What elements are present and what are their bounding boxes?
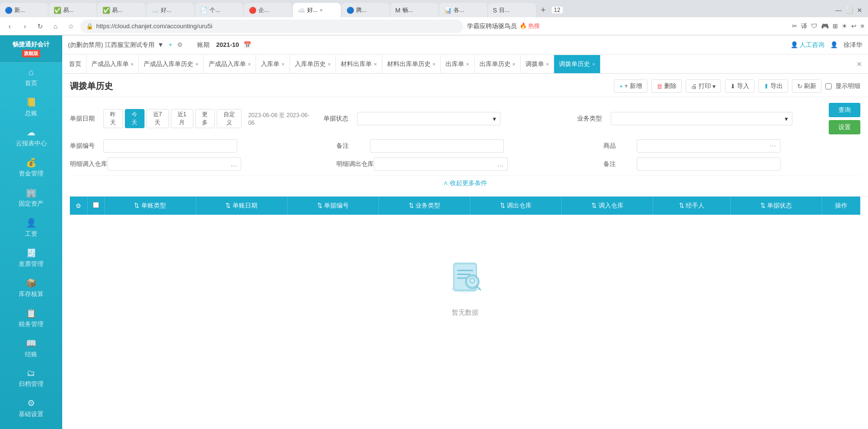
page-tab-6[interactable]: 材料出库单× — [336, 55, 382, 73]
remark-input[interactable] — [370, 139, 504, 153]
tab-close-btn[interactable]: × — [320, 7, 323, 13]
browser-tab[interactable]: S目... — [488, 3, 536, 17]
goods-select[interactable]: ··· — [637, 139, 780, 153]
bookmark-button[interactable]: ☆ — [65, 21, 77, 32]
detail-in-select[interactable]: ... — [107, 157, 241, 171]
page-tab-close[interactable]: × — [248, 61, 251, 67]
sidebar-item-首页[interactable]: ⌂首页 — [16, 63, 47, 92]
browser-tab[interactable]: 📄个... — [195, 3, 243, 17]
page-tab-close[interactable]: × — [374, 61, 377, 67]
delete-button[interactable]: 🗑 删除 — [651, 79, 682, 93]
table-header-gear[interactable]: ⚙ — [70, 197, 87, 215]
sidebar-item-资金管理[interactable]: 💰资金管理 — [16, 153, 47, 183]
company-selector[interactable]: (勿删勿禁用) 江西服宝测试专用 ▼ — [68, 41, 164, 49]
page-tab-close[interactable]: × — [131, 61, 134, 67]
date-custom[interactable]: 自定义 — [217, 109, 242, 128]
page-tab-close[interactable]: × — [281, 61, 284, 67]
new-tab-button[interactable]: + — [537, 3, 550, 17]
sidebar-item-归档管理[interactable]: 🗂归档管理 — [16, 363, 47, 393]
page-tab-1[interactable]: 产成品入库单× — [87, 55, 139, 73]
browser-tab[interactable]: 🔴企... — [244, 3, 292, 17]
collapse-row[interactable]: ∧ 收起更多条件 — [70, 176, 860, 190]
query-button[interactable]: 查询 — [829, 103, 860, 117]
table-header-doc-num[interactable]: ⇅ 单据编号 — [287, 197, 378, 215]
table-header-doc-status[interactable]: ⇅ 单据状态 — [730, 197, 822, 215]
sidebar-item-工资[interactable]: 👤工资 — [16, 213, 47, 243]
remark2-input[interactable] — [637, 157, 780, 171]
page-tab-close[interactable]: × — [592, 61, 595, 67]
display-toggle[interactable]: 显示明细 — [825, 82, 860, 90]
undo-icon[interactable]: ↩ — [851, 22, 857, 30]
browser-tab[interactable]: ✅易... — [49, 3, 97, 17]
settings-gear-icon[interactable]: ⚙ — [177, 41, 183, 48]
sidebar-item-发票管理[interactable]: 🧾发票管理 — [16, 243, 47, 273]
url-input[interactable]: 🔒 https://cloud.chanjet.com/accounting/u… — [80, 20, 463, 33]
window-control-close[interactable]: ✕ — [857, 7, 862, 14]
sidebar-item-新手引导[interactable]: 📚新手引导 — [16, 423, 47, 429]
page-tab-close[interactable]: × — [512, 61, 515, 67]
page-tab-close[interactable]: × — [433, 61, 435, 67]
date-today[interactable]: 今天 — [125, 109, 145, 128]
sidebar-item-总账[interactable]: 📒总账 — [16, 92, 47, 122]
back-button[interactable]: ‹ — [4, 21, 15, 32]
browser-tab[interactable]: M畅... — [390, 3, 438, 17]
table-header-doc-type[interactable]: ⇅ 单账类型 — [104, 197, 196, 215]
close-all-tab[interactable]: ✕ — [853, 60, 866, 68]
page-tab-close[interactable]: × — [195, 61, 198, 67]
home-button[interactable]: ⌂ — [50, 21, 61, 32]
translate-icon[interactable]: 译 — [801, 22, 807, 31]
page-tab-close[interactable]: × — [328, 61, 331, 67]
select-all-checkbox[interactable] — [93, 202, 99, 208]
date-7days[interactable]: 近7天 — [146, 109, 169, 128]
table-header-handler[interactable]: ⇅ 经手人 — [653, 197, 730, 215]
window-control-maximize[interactable]: ⬜ — [846, 7, 853, 14]
page-tab-8[interactable]: 出库单× — [441, 55, 474, 73]
page-tab-7[interactable]: 材料出库单历史× — [382, 55, 441, 73]
sidebar-item-固定资产[interactable]: 🏢固定资产 — [16, 183, 47, 213]
page-tab-close[interactable]: × — [466, 61, 469, 67]
refresh-button[interactable]: ↻ — [34, 21, 46, 32]
detail-out-select[interactable]: ... — [374, 157, 508, 171]
theme-icon[interactable]: ☀ — [842, 22, 847, 30]
business-type-select[interactable]: ▾ — [611, 112, 792, 125]
forward-button[interactable]: › — [19, 21, 31, 32]
import-button[interactable]: ⬇ 导入 — [725, 79, 755, 93]
page-tab-11[interactable]: 调拨单历史× — [554, 55, 600, 73]
table-header-biz-type[interactable]: ⇅ 业务类型 — [378, 197, 470, 215]
browser-tab[interactable]: 🔵腾... — [342, 3, 389, 17]
settings-button[interactable]: 设置 — [829, 120, 860, 134]
page-tab-2[interactable]: 产成品入库单历史× — [139, 55, 203, 73]
export-button[interactable]: ⬆ 导出 — [758, 79, 788, 93]
menu-icon[interactable]: ≡ — [860, 22, 864, 30]
page-tab-4[interactable]: 入库单× — [256, 55, 289, 73]
sidebar-item-结账[interactable]: 📖结账 — [16, 333, 47, 363]
page-tab-5[interactable]: 入库单历史× — [290, 55, 336, 73]
new-button[interactable]: + + 新增 — [614, 79, 647, 93]
extensions-icon[interactable]: ✂ — [792, 22, 797, 30]
print-button[interactable]: 🖨 打印 ▾ — [686, 79, 721, 93]
browser-tab[interactable]: ☁️好...× — [293, 3, 341, 17]
sidebar-item-税务管理[interactable]: 📋税务管理 — [16, 303, 47, 333]
date-yesterday[interactable]: 昨天 — [103, 109, 123, 128]
sidebar-item-基础设置[interactable]: ⚙基础设置 — [16, 393, 47, 423]
page-tab-close[interactable]: × — [546, 61, 549, 67]
display-toggle-checkbox[interactable] — [825, 83, 832, 89]
date-more[interactable]: 更多 — [195, 109, 215, 128]
page-tab-0[interactable]: 首页 — [64, 55, 87, 73]
refresh-button[interactable]: ↻ 刷新 — [792, 79, 822, 93]
add-company-icon[interactable]: + — [168, 41, 172, 48]
page-tab-10[interactable]: 调拨单× — [521, 55, 554, 73]
calendar-icon[interactable]: 📅 — [244, 41, 251, 48]
user-avatar[interactable]: 👤 — [830, 41, 838, 48]
browser-tab[interactable]: 🔵新... — [0, 3, 48, 17]
sidebar-item-云报表中心[interactable]: ☁云报表中心 — [16, 122, 47, 153]
table-header-doc-date[interactable]: ⇅ 单账日期 — [196, 197, 287, 215]
browser-tab[interactable]: ✅易... — [98, 3, 145, 17]
page-tab-9[interactable]: 出库单历史× — [475, 55, 521, 73]
browser-tab[interactable]: ☁️好... — [146, 3, 194, 17]
table-header-transfer-out[interactable]: ⇅ 调出仓库 — [470, 197, 562, 215]
service-button[interactable]: 👤 人工咨询 — [790, 41, 824, 49]
sidebar-item-库存核算[interactable]: 📦库存核算 — [16, 273, 47, 303]
browser-tab[interactable]: 📊各... — [439, 3, 487, 17]
docnum-input[interactable] — [103, 139, 237, 153]
